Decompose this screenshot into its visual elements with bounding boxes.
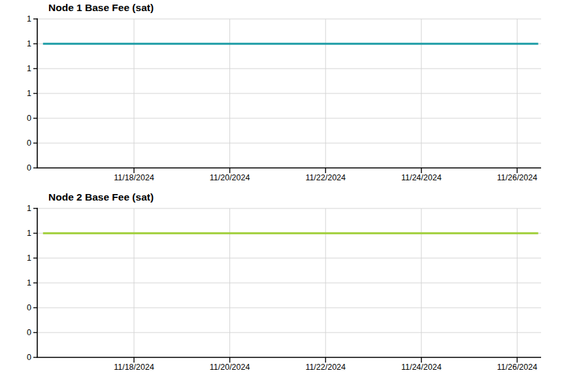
y-tick-label: 1 bbox=[27, 64, 31, 73]
chart-node2-base-fee: Node 2 Base Fee (sat) 111100011/18/20241… bbox=[0, 189, 562, 379]
chart-canvas: 111100011/18/202411/20/202411/22/202411/… bbox=[0, 189, 562, 379]
y-tick-label: 0 bbox=[27, 353, 31, 362]
x-tick-label: 11/18/2024 bbox=[114, 363, 154, 372]
y-tick-label: 1 bbox=[27, 229, 31, 238]
y-tick-label: 1 bbox=[27, 204, 31, 213]
x-tick-label: 11/22/2024 bbox=[305, 363, 346, 372]
y-tick-label: 0 bbox=[27, 303, 31, 312]
y-tick-label: 1 bbox=[27, 89, 31, 98]
x-tick-label: 11/26/2024 bbox=[497, 363, 538, 372]
y-tick-label: 1 bbox=[27, 14, 31, 24]
x-tick-label: 11/26/2024 bbox=[497, 173, 538, 182]
y-tick-label: 0 bbox=[27, 163, 31, 172]
y-tick-label: 0 bbox=[27, 139, 31, 148]
y-tick-label: 1 bbox=[27, 39, 31, 48]
y-tick-label: 0 bbox=[27, 328, 31, 337]
y-tick-label: 1 bbox=[27, 253, 31, 263]
x-tick-label: 11/24/2024 bbox=[401, 363, 442, 372]
x-tick-label: 11/18/2024 bbox=[114, 173, 154, 182]
x-tick-label: 11/20/2024 bbox=[210, 363, 250, 372]
x-tick-label: 11/22/2024 bbox=[305, 173, 346, 182]
x-tick-label: 11/24/2024 bbox=[401, 173, 442, 182]
y-tick-label: 0 bbox=[27, 114, 31, 123]
y-tick-label: 1 bbox=[27, 278, 31, 287]
chart-canvas: 111100011/18/202411/20/202411/22/202411/… bbox=[0, 0, 562, 189]
chart-node1-base-fee: Node 1 Base Fee (sat) 111100011/18/20241… bbox=[0, 0, 562, 189]
x-tick-label: 11/20/2024 bbox=[210, 173, 250, 182]
